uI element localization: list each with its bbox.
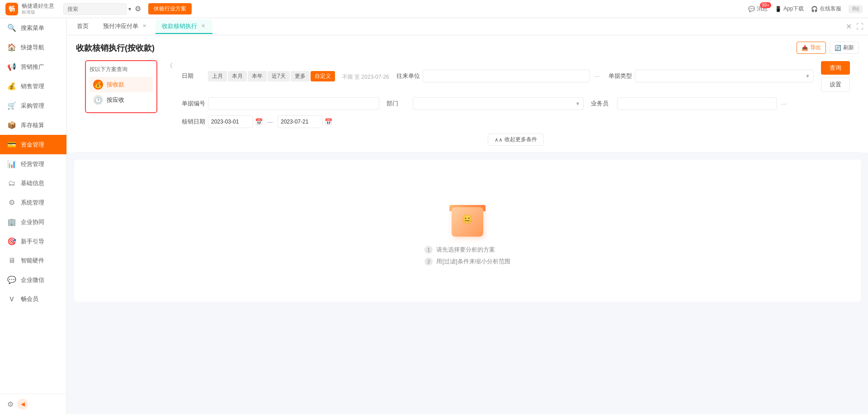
holiday-btn[interactable]: 休验行业方案 [148, 3, 192, 14]
topbar-gear-icon[interactable]: ⚙ [135, 5, 141, 13]
online-service-btn[interactable]: 🎧 在线客服 [811, 5, 841, 13]
empty-illustration: 😐 [445, 196, 490, 237]
user-label: Rit [849, 5, 863, 13]
sidebar-item-basic-info[interactable]: 🗂 基础信息 [0, 174, 66, 193]
sidebar-item-label: 营销推广 [21, 63, 44, 71]
tab-receivable-close[interactable]: ✕ [200, 23, 206, 29]
sidebar-item-label: 基础信息 [21, 179, 44, 187]
page-title: 收款核销执行(按收款) [76, 43, 155, 53]
sidebar-item-label: 经营管理 [21, 160, 44, 168]
page-header: 收款核销执行(按收款) 📤 导出 🔄 刷新 [67, 35, 868, 152]
sidebar-item-hardware[interactable]: 🖥 智能硬件 [0, 251, 66, 270]
staff-dots[interactable]: ··· [779, 100, 788, 107]
funds-icon: 💳 [7, 140, 16, 149]
dept-select[interactable] [413, 97, 584, 110]
sidebar-item-sales[interactable]: 💰 销售管理 [0, 76, 66, 96]
sidebar-item-operations[interactable]: 📊 经营管理 [0, 154, 66, 174]
query-btn[interactable]: 查询 [821, 61, 850, 75]
dept-label: 部门 [387, 100, 410, 108]
tabbar-expand-icon[interactable]: ⛶ [855, 22, 864, 32]
inventory-icon: 📦 [7, 121, 16, 129]
settings-btn[interactable]: 设置 [821, 77, 850, 92]
sidebar-item-label: 系统管理 [21, 199, 44, 207]
sidebar-item-enterprise[interactable]: 🏢 企业协同 [0, 212, 66, 232]
date-btn-more[interactable]: 更多 [291, 71, 310, 81]
filter-receivable-label: 按应收 [107, 96, 124, 104]
staff-input[interactable] [617, 97, 777, 110]
page-header-actions: 📤 导出 🔄 刷新 [797, 42, 859, 54]
filter-doctype-field: 单据类型 ▼ [609, 70, 814, 82]
topbar: 畅 畅捷通好生意 标准版 ▾ ⚙ 休验行业方案 💬 消息 99+ 📱 App下载… [0, 0, 868, 18]
quick-nav-icon: 🏠 [7, 43, 16, 52]
writeoff-date-end[interactable] [278, 115, 323, 128]
message-icon: 💬 [748, 6, 755, 12]
app-download-btn[interactable]: 📱 App下载 [775, 5, 804, 13]
sales-icon: 💰 [7, 82, 16, 90]
calendar-start-icon[interactable]: 📅 [255, 118, 263, 125]
sidebar-item-newbie[interactable]: 🎯 新手引导 [0, 232, 66, 251]
filter-option-by-receivable[interactable]: 🕐 按应收 [90, 92, 153, 108]
sidebar-item-funds[interactable]: 💳 资金管理 [0, 135, 66, 154]
tab-home-label: 首页 [77, 22, 89, 30]
topbar-dropdown-btn[interactable]: ▾ [128, 6, 131, 12]
writeoff-date-end-wrap: 📅 [278, 115, 332, 128]
sidebar-settings-icon[interactable]: ⚙ [7, 400, 14, 409]
member-icon: V [7, 295, 16, 303]
date-btn-last-month[interactable]: 上月 [208, 71, 227, 81]
sidebar-collapse-btn[interactable]: ◀ [17, 399, 28, 409]
sidebar-item-wechat[interactable]: 💬 企业微信 [0, 270, 66, 290]
date-nolimit: 不限 至 2023-07-26 [342, 73, 389, 81]
date-btn-this-year[interactable]: 本年 [248, 71, 267, 81]
empty-num-2: 2 [425, 257, 433, 266]
tabbar-close-icon[interactable]: ✕ [845, 21, 853, 32]
doctype-select[interactable] [635, 70, 814, 82]
writeoff-date-start-wrap: 📅 [208, 115, 263, 128]
empty-num-1: 1 [425, 246, 433, 254]
brand-name: 畅捷通好生意 [22, 3, 54, 9]
page-title-row: 收款核销执行(按收款) 📤 导出 🔄 刷新 [76, 42, 859, 54]
tab-prepay[interactable]: 预付冲应付单 ✕ [97, 19, 154, 34]
filter-option-by-receipt[interactable]: 💰 按收款 [90, 77, 153, 92]
docno-label: 单据编号 [182, 100, 205, 108]
sidebar-item-label: 快捷导航 [21, 43, 44, 52]
counterpart-dots[interactable]: ··· [593, 72, 602, 80]
date-btn-7days[interactable]: 近7天 [268, 71, 290, 81]
topbar-search-input[interactable] [63, 3, 127, 15]
tab-receivable[interactable]: 收款核销执行 ✕ [156, 19, 212, 34]
purchase-icon: 🛒 [7, 101, 16, 110]
filter-main: 按以下方案查询 💰 按收款 🕐 按应收 《 [85, 60, 850, 146]
topbar-right: 💬 消息 99+ 📱 App下载 🎧 在线客服 Rit [748, 5, 863, 13]
sidebar-item-search-menu[interactable]: 🔍 搜索菜单 [0, 18, 66, 38]
sidebar-item-system[interactable]: ⚙ 系统管理 [0, 193, 66, 212]
system-icon: ⚙ [7, 198, 16, 207]
docno-input[interactable] [208, 97, 379, 110]
writeoff-date-start[interactable] [208, 115, 253, 128]
sidebar-item-marketing[interactable]: 📢 营销推广 [0, 57, 66, 76]
export-icon: 📤 [802, 45, 808, 51]
sidebar-item-label: 企业协同 [21, 218, 44, 226]
refresh-btn[interactable]: 🔄 刷新 [830, 42, 859, 54]
tab-prepay-close[interactable]: ✕ [141, 23, 147, 29]
date-btn-custom[interactable]: 自定义 [311, 71, 335, 81]
filter-collapse-btn[interactable]: 《 [165, 62, 175, 70]
app-icon: 📱 [775, 6, 782, 12]
tab-home[interactable]: 首页 [71, 19, 95, 34]
calendar-end-icon[interactable]: 📅 [325, 118, 332, 125]
counterpart-label: 往来单位 [396, 72, 420, 80]
sidebar-item-quick-nav[interactable]: 🏠 快捷导航 [0, 38, 66, 57]
tabbar-actions: ✕ ⛶ [845, 21, 864, 32]
empty-hint-2: 2 用[过滤]条件来缩小分析范围 [425, 257, 510, 266]
message-btn[interactable]: 💬 消息 99+ [748, 5, 768, 13]
collapse-chevron-icon: ∧∧ [495, 137, 503, 143]
main: 首页 预付冲应付单 ✕ 收款核销执行 ✕ ✕ ⛶ 收款核销执行(按收款) [67, 18, 868, 414]
sidebar-item-purchase[interactable]: 🛒 采购管理 [0, 96, 66, 115]
sidebar-item-inventory[interactable]: 📦 库存核算 [0, 115, 66, 135]
export-btn[interactable]: 📤 导出 [797, 42, 826, 54]
counterpart-input[interactable] [423, 70, 590, 82]
layout: 🔍 搜索菜单 🏠 快捷导航 📢 营销推广 💰 销售管理 🛒 采购管理 📦 库存核… [0, 18, 868, 414]
tab-receivable-label: 收款核销执行 [162, 22, 197, 30]
date-btn-this-month[interactable]: 本月 [228, 71, 247, 81]
sidebar-item-member[interactable]: V 畅会员 [0, 290, 66, 309]
collapse-more-btn[interactable]: ∧∧ 收起更多条件 [488, 133, 544, 146]
filter-row-1: 日期 上月 本月 本年 近7天 更多 自定义 [182, 60, 850, 92]
